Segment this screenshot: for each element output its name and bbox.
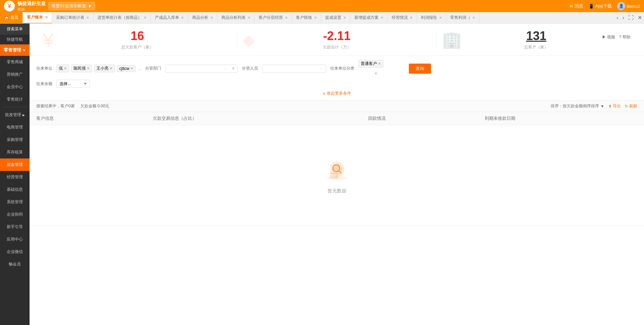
message-icon: ✉ xyxy=(569,4,573,9)
tab-customer-segment[interactable]: 客户分层经营 ✕ xyxy=(255,12,292,24)
tab-incoming-stats[interactable]: 进货单统计表（按商品） ✕ xyxy=(93,12,151,24)
tab-product-analysis-list[interactable]: 商品分析列表 ✕ xyxy=(217,12,255,24)
filter-tag-3-close[interactable]: ✕ xyxy=(110,66,113,71)
tab-purchase-order-stats[interactable]: 采购订单统计表 ✕ xyxy=(52,12,93,24)
tab-tip-settings-close[interactable]: ✕ xyxy=(343,16,346,20)
tab-customer-contact[interactable]: 客户联络 ✕ xyxy=(292,12,321,24)
sidebar-item-purchase[interactable]: 采购管理 xyxy=(0,134,30,146)
sidebar-item-ecommerce[interactable]: 电商管理 xyxy=(0,121,30,134)
tab-operations-close[interactable]: ✕ xyxy=(410,16,413,20)
tab-tip-settings[interactable]: 提成设置 ✕ xyxy=(321,12,350,24)
tab-purchase-order-stats-close[interactable]: ✕ xyxy=(86,16,89,20)
sidebar-item-newbie[interactable]: 新手引导 xyxy=(0,221,30,233)
sidebar-item-system[interactable]: 系统管理 xyxy=(0,196,30,208)
tab-operations[interactable]: 经营情况 ✕ xyxy=(388,12,417,24)
filter-tag-4-close[interactable]: ✕ xyxy=(130,66,133,71)
filter-tag-2[interactable]: 陈民强 ✕ xyxy=(71,65,92,72)
help-btn[interactable]: ? 帮助 xyxy=(619,34,631,40)
refresh-btn[interactable]: ↻ 刷新 xyxy=(625,103,637,109)
filter-tag-1-close[interactable]: ✕ xyxy=(64,66,67,71)
filter-tag-4[interactable]: cjttcw ✕ xyxy=(117,65,136,72)
account-dropdown[interactable]: 母婴行业演示帐套 ▼ xyxy=(48,2,95,10)
sidebar-item-app-center[interactable]: 应用中心 xyxy=(0,233,30,246)
sidebar-item-member-plus[interactable]: 畅会员 xyxy=(0,258,30,270)
tab-product-inbound-close[interactable]: ✕ xyxy=(181,16,184,20)
sidebar-quick-nav[interactable]: 快捷导航 xyxy=(0,35,30,44)
tab-retail-profit-close[interactable]: ✕ xyxy=(472,16,475,20)
tab-profit-report[interactable]: 利润报告 ✕ xyxy=(417,12,446,24)
stat-value-amount: -2.11 xyxy=(323,29,350,43)
tab-new-tip-plan-close[interactable]: ✕ xyxy=(381,16,383,20)
export-btn[interactable]: ⬆ 导出 xyxy=(608,103,621,109)
export-label: 导出 xyxy=(613,103,621,109)
sidebar-item-retail-mall[interactable]: 零售商城 xyxy=(0,56,30,68)
app-download-btn[interactable]: 📱 App下载 xyxy=(589,3,612,9)
tab-next-btn[interactable]: › xyxy=(620,15,626,21)
tab-new-tip-plan[interactable]: 新增提成方案 ✕ xyxy=(350,12,388,24)
tab-customer-ledger[interactable]: 客户账本 ✕ xyxy=(23,12,52,24)
tab-customer-segment-close[interactable]: ✕ xyxy=(285,16,288,20)
video-label: 视频 xyxy=(607,35,615,39)
filter-remainder-select[interactable]: 选择... xyxy=(56,80,90,88)
sidebar-item-inventory-label: 库存核算 xyxy=(7,150,23,154)
sidebar-item-wholesale[interactable]: 批发管理 ▶ xyxy=(0,109,30,121)
tab-expand-btn[interactable]: ⛶ xyxy=(626,15,636,21)
sidebar-item-finance-label: 资金管理 xyxy=(7,162,23,167)
sidebar-item-operations-mgmt[interactable]: 经营管理 xyxy=(0,171,30,183)
col-repayment: 回款情况 xyxy=(361,112,478,125)
tab-profit-report-close[interactable]: ✕ xyxy=(439,16,442,20)
video-icon: ▶ xyxy=(602,35,606,39)
filter-unit-class-tag[interactable]: 普通客户 ✕ xyxy=(358,60,383,68)
tab-prev-btn[interactable]: ‹ xyxy=(614,15,620,21)
empty-state: 暂无数据 xyxy=(36,129,637,221)
tab-product-analysis[interactable]: 商品分析 ✕ xyxy=(188,12,217,24)
tab-retail-profit[interactable]: 零售利润（ ✕ xyxy=(446,12,479,24)
sidebar-section-retail[interactable]: 零售管理 ▼ xyxy=(0,44,30,56)
sidebar-item-newbie-label: 新手引导 xyxy=(7,224,23,229)
filter-person-field[interactable] xyxy=(262,65,318,72)
collapse-button[interactable]: ∧ 收起更多条件 xyxy=(36,91,637,96)
sidebar-item-finance[interactable]: 资金管理 xyxy=(0,158,30,171)
chevron-down-icon: ▼ xyxy=(88,4,92,9)
sidebar-item-retail-stats[interactable]: 零售统计 xyxy=(0,93,30,106)
sidebar-item-members[interactable]: 会员中心 xyxy=(0,81,30,93)
logo-icon: ¥ xyxy=(4,1,15,11)
sidebar-item-inventory[interactable]: 库存核算 xyxy=(0,146,30,158)
tab-product-inbound[interactable]: 产成品入库单 ✕ xyxy=(151,12,188,24)
filter-dept-field[interactable] xyxy=(166,65,221,72)
sidebar-item-marketing[interactable]: 营销推广 xyxy=(0,68,30,81)
filter-tag-3[interactable]: 王小亮 ✕ xyxy=(94,65,115,72)
filter-person-input[interactable]: ··· xyxy=(262,65,326,73)
tab-customer-ledger-close[interactable]: ✕ xyxy=(45,15,48,19)
query-button[interactable]: 查询 xyxy=(409,64,431,74)
top-bar: ¥ 畅捷通好生意 标版 母婴行业演示帐套 ▼ ✉ 消息 📱 App下载 👤 de… xyxy=(0,0,644,12)
sidebar-item-basic-info[interactable]: 基础信息 xyxy=(0,183,30,196)
results-amount: 欠款金额 0.00元 xyxy=(80,103,110,109)
tab-product-analysis-close[interactable]: ✕ xyxy=(210,16,213,20)
top-bar-right: ✉ 消息 📱 App下载 👤 demo2 xyxy=(569,2,640,10)
filter-tag-1[interactable]: 佤 ✕ xyxy=(56,65,69,72)
sidebar-search[interactable]: 搜索菜单 xyxy=(0,24,30,35)
filter-tag-1-label: 佤 xyxy=(59,66,63,71)
filter-tag-2-close[interactable]: ✕ xyxy=(87,66,90,71)
video-btn[interactable]: ▶ 视频 xyxy=(602,34,615,40)
help-icon: ? xyxy=(619,35,621,39)
tab-close-all-btn[interactable]: ✕ xyxy=(636,14,644,21)
filter-dept-input[interactable]: ··· ▼ xyxy=(165,65,238,73)
sidebar-item-members-label: 会员中心 xyxy=(7,84,23,89)
stat-label-customers: 总欠款客户（家） xyxy=(121,44,154,50)
user-avatar-area[interactable]: 👤 demo2 xyxy=(617,2,640,10)
tab-product-analysis-list-close[interactable]: ✕ xyxy=(248,16,250,20)
filter-unit-class-tag-label: 普通客户 xyxy=(361,61,377,67)
sort-dropdown[interactable]: 排序：按欠款金额倒序排序 ▼ xyxy=(551,103,604,109)
filter-unit-class-close[interactable]: ✕ xyxy=(378,62,381,66)
sidebar-item-enterprise-wechat[interactable]: 企业微信 xyxy=(0,246,30,258)
tab-new-tip-plan-label: 新增提成方案 xyxy=(354,15,379,21)
tab-home[interactable]: 🏠 首页 xyxy=(0,12,23,24)
message-btn[interactable]: ✉ 消息 xyxy=(569,3,583,9)
tab-incoming-stats-close[interactable]: ✕ xyxy=(144,16,146,20)
sidebar-item-enterprise-agreement[interactable]: 企业协同 xyxy=(0,208,30,221)
sidebar-item-marketing-label: 营销推广 xyxy=(7,72,23,77)
filter-more-tags[interactable]: ... xyxy=(138,66,141,71)
tab-customer-contact-close[interactable]: ✕ xyxy=(314,16,317,20)
